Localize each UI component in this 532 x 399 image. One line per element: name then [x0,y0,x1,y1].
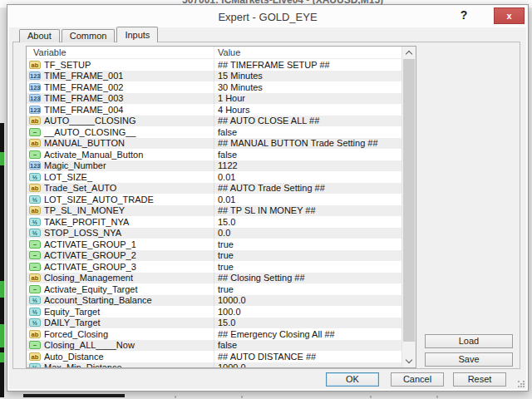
param-row[interactable]: 123TIME_FRAME_00230 Minutes [27,81,403,93]
param-type-ab-icon: ab [29,116,41,125]
param-row[interactable]: ½LOT_SIZE_AUTO_TRADE0.01 [27,194,403,205]
param-value[interactable]: ## TIMEFRAME SETUP ## [218,60,330,70]
param-row[interactable]: abTF_SETUP## TIMEFRAME SETUP ## [27,59,403,71]
param-type-ab-icon: ab [29,184,41,192]
param-value[interactable]: 1122 [218,160,238,170]
param-name: TAKE_PROFIT_NYA [44,217,129,227]
param-value[interactable]: 0.0 [218,228,230,238]
param-type-dbl-icon: ½ [29,308,41,316]
param-row[interactable]: 123Magic_Number1122 [27,160,403,172]
param-row[interactable]: abTrade_Set_AUTO## AUTO Trade Setting ## [27,183,403,195]
param-type-int-icon: 123 [29,83,41,91]
param-type-ab-icon: ab [29,273,41,282]
param-row[interactable]: 123TIME_FRAME_00115 Minutes [27,71,403,82]
param-row[interactable]: ½Max_Min_Distance1000.0 [27,362,403,369]
param-name: TIME_FRAME_004 [44,105,123,115]
param-value[interactable]: ## AUTO DISTANCE ## [218,352,316,362]
param-row[interactable]: ~ACTIVATE_GROUP_1true [27,239,403,250]
param-value[interactable]: 0.01 [218,195,235,204]
param-row[interactable]: ~__AUTO_CLOSING__false [27,126,403,138]
param-row[interactable]: abMANUAL_BUTTON## MANUAL BUTTON Trade Se… [27,138,403,150]
param-type-bool-icon: ~ [29,285,41,293]
param-value[interactable]: 100.0 [218,307,241,317]
load-button[interactable]: Load [425,334,513,348]
param-value[interactable]: ## TP SL IN MONEY ## [218,205,316,215]
close-button[interactable]: x [494,7,525,24]
resize-grip[interactable] [518,381,525,388]
param-value[interactable]: 1000.0 [218,295,246,305]
param-name: Equity_Target [44,307,100,317]
chevron-down-icon [406,357,412,363]
param-row[interactable]: abTP_SL_IN_MONEY## TP SL IN MONEY ## [27,205,403,217]
param-value[interactable]: false [218,340,237,350]
param-row[interactable]: ~Activate_Equity_Targettrue [27,283,403,295]
param-row[interactable]: ½STOP_LOSS_NYA0.0 [27,228,403,239]
param-row[interactable]: ½Account_Starting_Balance1000.0 [27,295,403,307]
help-button[interactable]: ? [456,8,471,23]
save-button[interactable]: Save [425,352,513,367]
param-value[interactable]: false [218,150,237,160]
param-name: Closing_Management [44,273,133,283]
dialog-title: Expert - GOLD_EYE [9,11,526,23]
chevron-up-icon [406,51,412,57]
param-value[interactable]: 1000.0 [218,362,246,368]
ok-button[interactable]: OK [326,372,379,387]
param-row[interactable]: ~ACTIVATE_GROUP_2true [27,250,403,262]
param-row[interactable]: abClosing_Management## Closing Setting #… [27,273,403,284]
param-name: Trade_Set_AUTO [44,183,116,193]
param-value[interactable]: true [218,239,234,249]
param-type-ab-icon: ab [29,139,41,147]
param-value[interactable]: 15.0 [218,217,235,227]
param-value[interactable]: true [218,284,234,294]
param-name: Forced_Closing [44,329,108,339]
param-value[interactable]: ## Closing Setting ## [218,273,305,283]
tab-common[interactable]: Common [62,29,116,42]
param-name: Magic_Number [44,160,106,170]
param-name: LOT_SIZE_AUTO_TRADE [44,195,154,204]
column-header-value: Value [218,47,240,57]
scroll-up-button[interactable] [402,47,416,59]
param-value[interactable]: false [218,127,237,137]
param-value[interactable]: 15.0 [218,318,235,328]
param-row[interactable]: ~Activate_Manual_Buttonfalse [27,149,403,160]
param-name: TP_SL_IN_MONEY [44,205,125,215]
param-value[interactable]: 0.01 [218,172,235,182]
param-type-int-icon: 123 [29,106,41,114]
param-row[interactable]: 123TIME_FRAME_0044 Hours [27,104,403,116]
param-value[interactable]: true [218,250,234,260]
param-row[interactable]: ½Equity_Target100.0 [27,306,403,318]
param-name: MANUAL_BUTTON [44,138,125,148]
param-type-ab-icon: ab [29,330,41,338]
param-value[interactable]: true [218,262,234,272]
param-row[interactable]: ½LOT_SIZE_0.01 [27,171,403,183]
vertical-scrollbar[interactable] [401,47,416,367]
param-value[interactable]: ## AUTO CLOSE ALL ## [218,116,319,126]
param-row[interactable]: abAUTO_____CLOSING## AUTO CLOSE ALL ## [27,116,403,127]
param-row[interactable]: ~ACTIVATE_GROUP_3true [27,261,403,273]
param-value[interactable]: 1 Hour [218,93,245,103]
scrollbar-thumb[interactable] [403,59,415,342]
reset-button[interactable]: Reset [453,372,506,387]
close-icon: x [495,8,524,23]
param-row[interactable]: ~Closing_ALL____Nowfalse [27,340,403,352]
background-scrollbar-fragment [23,394,125,397]
param-name: STOP_LOSS_NYA [44,228,121,238]
cancel-button[interactable]: Cancel [391,372,444,387]
param-name: Account_Starting_Balance [44,295,152,305]
tab-inputs[interactable]: Inputs [116,27,158,42]
param-value[interactable]: 15 Minutes [218,71,263,81]
param-row[interactable]: ½DAILY_Target15.0 [27,318,403,329]
dialog-titlebar[interactable]: Expert - GOLD_EYE ? x [9,7,526,27]
param-value[interactable]: ## AUTO Trade Setting ## [218,183,325,193]
tab-about[interactable]: About [19,29,60,42]
param-value[interactable]: ## MANUAL BUTTON Trade Setting ## [218,138,378,148]
param-value[interactable]: ## Emergency Closing All ## [218,329,335,339]
param-row[interactable]: abAuto_Distance## AUTO DISTANCE ## [27,351,403,362]
scroll-down-button[interactable] [402,355,416,367]
param-name: Max_Min_Distance [44,362,122,368]
param-row[interactable]: abForced_Closing## Emergency Closing All… [27,328,403,340]
param-value[interactable]: 4 Hours [218,105,250,115]
param-row[interactable]: ½TAKE_PROFIT_NYA15.0 [27,216,403,228]
param-value[interactable]: 30 Minutes [218,82,263,92]
param-row[interactable]: 123TIME_FRAME_0031 Hour [27,93,403,105]
